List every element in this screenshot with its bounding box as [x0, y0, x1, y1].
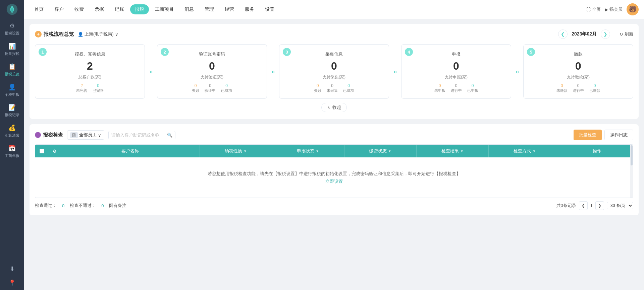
table-scrollbar[interactable] — [630, 145, 633, 198]
fullscreen-icon: ⛶ — [586, 7, 591, 12]
top-nav: 首页 客户 收费 票据 记账 报税 工商项目 消息 管理 经营 服务 设置 ⛶ … — [24, 0, 644, 19]
content-area: + 报税流程总览 👤 上海(电子税局) ∨ ❮ 2023年02月 ❯ ↻ 刷新 — [24, 19, 644, 290]
vip-btn[interactable]: ▶ 畅会员 — [605, 6, 623, 12]
chevron-up-icon: ∧ — [327, 105, 330, 110]
step-3-stat-fail[interactable]: 0 — [317, 83, 319, 88]
th-declare-status[interactable]: 申报状态 ▼ — [272, 145, 344, 157]
step-1-num: 1 — [39, 48, 47, 56]
total-records: 共0条记录 — [556, 203, 576, 209]
step-4-card: 4 申报 0 支持申报(家) 0 未申报 0 进行中 — [401, 44, 511, 99]
location-badge[interactable]: 👤 上海(电子税局) ∨ — [78, 31, 118, 37]
employee-filter[interactable]: 囧 全部员工 ∨ — [67, 130, 104, 140]
refresh-button[interactable]: ↻ 刷新 — [620, 31, 633, 37]
nav-service[interactable]: 服务 — [240, 4, 259, 14]
header-checkbox[interactable] — [40, 149, 44, 153]
step-2-stat-mid[interactable]: 0 — [209, 83, 211, 88]
step-1-stat-fail[interactable]: 2 — [80, 83, 83, 88]
step-2-title: 验证账号密码 — [163, 51, 261, 57]
step-3-subtitle: 支持采集(家) — [285, 74, 383, 80]
mascot-avatar[interactable]: 🐻 — [627, 3, 639, 15]
th-gear[interactable]: ⚙ — [49, 145, 61, 157]
batch-tax-icon: 📊 — [8, 43, 16, 50]
per-page-select[interactable]: 30 条/页 — [607, 202, 633, 209]
step-4-stat-fail[interactable]: 0 — [439, 83, 441, 88]
logo[interactable] — [0, 0, 24, 19]
sidebar-item-tax-overview[interactable]: 📋 报税总览 — [0, 60, 24, 80]
pass-count[interactable]: 0 — [62, 203, 64, 208]
fullscreen-btn[interactable]: ⛶ 全屏 — [586, 6, 601, 12]
nav-message[interactable]: 消息 — [180, 4, 199, 14]
step-5-stat-fail[interactable]: 0 — [561, 83, 563, 88]
nav-business[interactable]: 工商项目 — [150, 4, 178, 14]
prev-month-button[interactable]: ❮ — [558, 29, 568, 39]
check-card: 报税检查 囧 全部员工 ∨ 🔍 批量检查 操作日志 — [30, 124, 639, 215]
th-pay-status[interactable]: 缴费状态 ▼ — [344, 145, 416, 157]
sidebar-item-location[interactable]: 📍 — [0, 276, 24, 290]
step-2-num: 2 — [161, 48, 169, 56]
batch-check-button[interactable]: 批量检查 — [574, 130, 602, 140]
nav-tax[interactable]: 报税 — [130, 4, 149, 14]
sidebar-item-batch-tax[interactable]: 📊 批量报税 — [0, 39, 24, 60]
step-4-stat-mid[interactable]: 0 — [455, 83, 458, 88]
annual-report-icon: 📅 — [8, 145, 16, 152]
step-1-stat-fail-label: 未完善 — [76, 88, 87, 93]
search-input[interactable] — [111, 133, 167, 138]
check-footer: 检查通过： 0 检查不通过： 0 囧有备注 共0条记录 ❮ 1 ❯ 30 条/页 — [35, 198, 633, 210]
th-check-method[interactable]: 检查方式 ▼ — [488, 145, 560, 157]
next-month-button[interactable]: ❯ — [601, 29, 610, 39]
employee-tag: 囧 — [70, 132, 78, 138]
step-1-stat-ok[interactable]: 0 — [97, 83, 99, 88]
nav-fee[interactable]: 收费 — [70, 4, 89, 14]
filter-result-icon: ▼ — [460, 149, 464, 153]
th-tax-type[interactable]: 纳税性质 ▼ — [200, 145, 272, 157]
step-5-title: 缴款 — [529, 51, 628, 57]
search-icon[interactable]: 🔍 — [167, 133, 172, 138]
prev-page-button[interactable]: ❮ — [579, 201, 588, 210]
nav-manage[interactable]: 管理 — [200, 4, 219, 14]
step-5-stat-mid[interactable]: 0 — [577, 83, 580, 88]
collapse-button[interactable]: ∧ 收起 — [321, 103, 347, 112]
th-customer-name: 客户名称 — [61, 145, 200, 157]
sidebar-item-tax-record[interactable]: 📝 报税记录 — [0, 100, 24, 121]
fail-count[interactable]: 0 — [101, 203, 104, 208]
nav-settings[interactable]: 设置 — [260, 4, 279, 14]
step-2-count: 0 — [163, 60, 261, 72]
nav-customer[interactable]: 客户 — [50, 4, 68, 14]
step-5-subtitle: 支持缴款(家) — [529, 74, 628, 80]
th-checkbox[interactable] — [35, 145, 49, 157]
nav-operation[interactable]: 经营 — [220, 4, 239, 14]
sidebar-item-annual-report[interactable]: 📅 工商年报 — [0, 141, 24, 162]
th-check-result[interactable]: 检查结果 ▼ — [416, 145, 488, 157]
step-2-stat-ok[interactable]: 0 — [225, 83, 228, 88]
nav-accounting[interactable]: 记账 — [110, 4, 129, 14]
setup-link[interactable]: 立即设置 — [325, 179, 343, 184]
step-5-stats: 0 未缴款 0 进行中 0 已缴款 — [529, 83, 628, 93]
sidebar-item-tax-settings[interactable]: ⚙ 报税设置 — [0, 19, 24, 39]
step-2-stat-fail[interactable]: 0 — [195, 83, 197, 88]
tax-overview-icon: 📋 — [8, 63, 16, 70]
filter-declare-icon: ▼ — [316, 149, 319, 153]
next-page-button[interactable]: ❯ — [595, 201, 604, 210]
step-3-stat-ok[interactable]: 0 — [347, 83, 350, 88]
step-3-stat-mid[interactable]: 0 — [331, 83, 333, 88]
nav-home[interactable]: 首页 — [30, 4, 48, 14]
current-page: 1 — [590, 203, 593, 208]
note-label: 囧有备注 — [109, 203, 126, 209]
sidebar-item-download[interactable]: ⬇ — [0, 262, 24, 276]
filter-pay-icon: ▼ — [388, 149, 391, 153]
step-4-subtitle: 支持申报(家) — [407, 74, 505, 80]
sidebar-item-settlement[interactable]: 💰 汇算清缴 — [0, 121, 24, 141]
step-arrow-3: » — [389, 44, 401, 99]
step-2-card: 2 验证账号密码 0 支持验证(家) 0 失败 0 验证中 — [157, 44, 267, 99]
sidebar-item-personal-report[interactable]: 👤 个税申报 — [0, 80, 24, 100]
step-4-stat-ok[interactable]: 0 — [472, 83, 474, 88]
overview-header: + 报税流程总览 👤 上海(电子税局) ∨ ❮ 2023年02月 ❯ ↻ 刷新 — [35, 29, 633, 39]
nav-invoice[interactable]: 票据 — [90, 4, 109, 14]
step-2-stats: 0 失败 0 验证中 0 已成功 — [163, 83, 261, 93]
step-5-count: 0 — [529, 60, 628, 72]
operation-log-button[interactable]: 操作日志 — [604, 130, 633, 140]
refresh-icon: ↻ — [620, 32, 623, 37]
scrollbar-thumb[interactable] — [631, 145, 633, 165]
chevron-down-icon: ∨ — [115, 32, 118, 37]
step-5-stat-ok[interactable]: 0 — [594, 83, 596, 88]
